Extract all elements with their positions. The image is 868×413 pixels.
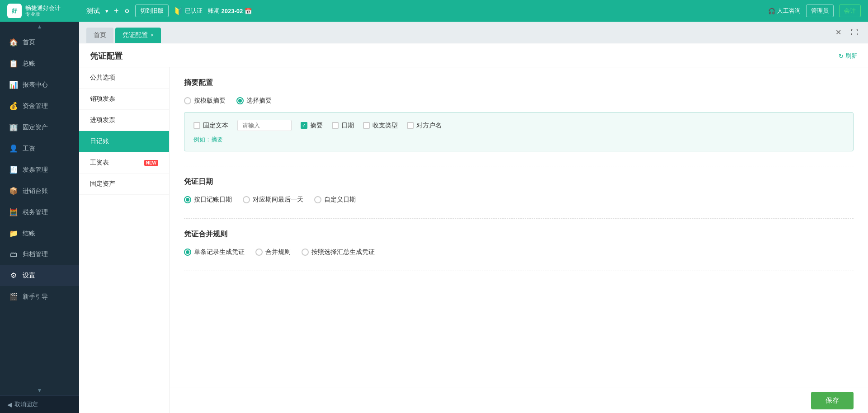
right-panel: 摘要配置 按模版摘要 选择摘要 [170, 67, 868, 388]
nav-sales-invoice[interactable]: 销项发票 [79, 89, 169, 110]
checkbox-income-type[interactable]: 收支类型 [363, 122, 398, 130]
summary-checkbox-input[interactable] [301, 122, 307, 129]
header-right: 🎧 人工咨询 管理员 会计 [768, 5, 861, 17]
tax-icon: 🧮 [9, 208, 18, 216]
sidebar-item-archive[interactable]: 🗃 归档管理 [0, 244, 79, 265]
nav-journal[interactable]: 日记账 [79, 131, 169, 152]
tab-actions: ✕ ⛶ [832, 26, 861, 39]
refresh-button[interactable]: ↻ 刷新 [839, 52, 857, 60]
radio-single-record[interactable]: 单条记录生成凭证 [184, 248, 245, 256]
settings-button[interactable]: ⚙ [124, 8, 130, 14]
radio-period-last[interactable]: 对应期间最后一天 [243, 196, 303, 204]
radio-merge-rules-input[interactable] [255, 249, 263, 256]
example-text: 例如：摘要 [193, 136, 844, 144]
nav-purchase-invoice[interactable]: 进项发票 [79, 110, 169, 131]
nav-payroll-table[interactable]: 工资表 NEW [79, 152, 169, 174]
checkbox-counterpart[interactable]: 对方户名 [407, 122, 442, 130]
radio-single-input[interactable] [184, 249, 191, 256]
fixed-text-input[interactable] [237, 120, 292, 131]
sidebar-cancel-fixed[interactable]: ◀ 取消固定 [0, 395, 79, 413]
radio-by-selection-input[interactable] [302, 249, 309, 256]
sidebar-label: 税务管理 [23, 208, 48, 216]
top-header: 好 畅捷通好会计 专业版 测试 ▾ + ⚙ 切到旧版 🔰 已认证 账期 2023… [0, 0, 868, 22]
sidebar-scroll-down[interactable]: ▼ [0, 385, 79, 395]
sidebar-item-tax[interactable]: 🧮 税务管理 [0, 202, 79, 223]
sidebar-item-fixed-assets[interactable]: 🏢 固定资产 [0, 117, 79, 138]
pin-icon: ◀ [7, 401, 12, 408]
switch-old-button[interactable]: 切到旧版 [135, 5, 169, 17]
radio-journal-date[interactable]: 按日记账日期 [184, 196, 232, 204]
fullscreen-button[interactable]: ⛶ [848, 26, 861, 39]
chevron-down-icon: ▾ [105, 8, 108, 14]
reports-icon: 📊 [9, 80, 18, 89]
sidebar-item-home[interactable]: 🏠 首页 [0, 32, 79, 53]
sidebar-item-close[interactable]: 📁 结账 [0, 223, 79, 244]
counterpart-checkbox-input[interactable] [407, 122, 414, 129]
radio-template-summary[interactable]: 按模版摘要 [184, 97, 226, 105]
sidebar-item-funds[interactable]: 💰 资金管理 [0, 95, 79, 117]
company-name: 测试 [86, 7, 100, 15]
dropdown-button[interactable]: ▾ [105, 8, 108, 14]
page-title: 凭证配置 [90, 51, 123, 61]
radio-period-last-input[interactable] [243, 196, 250, 203]
sidebar-label: 首页 [23, 38, 35, 47]
sidebar-item-reports[interactable]: 📊 报表中心 [0, 74, 79, 95]
calendar-icon[interactable]: 📅 [245, 8, 252, 14]
archive-icon: 🗃 [9, 250, 18, 258]
checkbox-date[interactable]: 日期 [332, 122, 354, 130]
fixed-text-checkbox-input[interactable] [193, 122, 200, 129]
date-checkbox-input[interactable] [332, 122, 339, 129]
checkbox-fixed-text[interactable]: 固定文本 [193, 122, 228, 130]
sidebar-label: 资金管理 [23, 102, 48, 110]
radio-by-selection[interactable]: 按照选择汇总生成凭证 [302, 248, 375, 256]
sidebar-item-ledger[interactable]: 📋 总账 [0, 53, 79, 74]
nav-public[interactable]: 公共选项 [79, 67, 169, 89]
radio-template-input[interactable] [184, 97, 191, 104]
tab-home[interactable]: 首页 [86, 28, 113, 43]
sidebar-label: 进销台账 [23, 187, 48, 195]
checkbox-summary[interactable]: 摘要 [301, 122, 323, 130]
save-button[interactable]: 保存 [811, 392, 854, 409]
radio-select-input[interactable] [236, 97, 244, 104]
merge-radio-group: 单条记录生成凭证 合并规则 按照选择汇总生成凭证 [184, 248, 854, 256]
certified-badge: 🔰 已认证 [174, 7, 203, 15]
sidebar: ▲ 🏠 首页 📋 总账 📊 报表中心 💰 资金管理 🏢 固定资产 [0, 22, 79, 413]
consult-button[interactable]: 🎧 人工咨询 [768, 7, 801, 15]
sidebar-item-guide[interactable]: 🎬 新手引导 [0, 286, 79, 307]
header-center: 测试 ▾ + ⚙ 切到旧版 🔰 已认证 账期 2023-02 📅 [86, 5, 768, 17]
sidebar-item-payroll[interactable]: 👤 工资 [0, 138, 79, 159]
user-button[interactable]: 管理员 [806, 5, 834, 17]
sidebar-item-invoice[interactable]: 🧾 发票管理 [0, 159, 79, 180]
tab-close-icon[interactable]: × [151, 32, 154, 38]
refresh-icon: ↻ [839, 53, 844, 60]
divider-1 [184, 166, 854, 166]
tab-voucher-config[interactable]: 凭证配置 × [115, 28, 161, 43]
accountant-button[interactable]: 会计 [839, 5, 861, 17]
settings-sidebar-icon: ⚙ [9, 271, 18, 280]
add-button[interactable]: + [114, 6, 119, 16]
radio-select-summary[interactable]: 选择摘要 [236, 97, 272, 105]
shield-icon: 🔰 [174, 7, 183, 15]
sub-options-row: 固定文本 摘要 日期 [193, 120, 844, 131]
sidebar-item-trade[interactable]: 📦 进销台账 [0, 180, 79, 202]
section-date: 凭证日期 按日记账日期 对应期间最后一天 [184, 177, 854, 204]
income-type-checkbox-input[interactable] [363, 122, 370, 129]
nav-fixed-assets[interactable]: 固定资产 [79, 174, 169, 195]
left-nav: 公共选项 销项发票 进项发票 日记账 工资表 NEW [79, 67, 170, 413]
period-info: 账期 2023-02 📅 [208, 7, 252, 15]
radio-custom-date-input[interactable] [314, 196, 321, 203]
sidebar-scroll-up[interactable]: ▲ [0, 22, 79, 32]
tab-bar: 首页 凭证配置 × ✕ ⛶ [79, 22, 868, 43]
right-scroll-wrapper: 摘要配置 按模版摘要 选择摘要 [170, 67, 868, 413]
new-badge: NEW [144, 160, 158, 166]
close-tab-button[interactable]: ✕ [832, 26, 844, 39]
divider-2 [184, 218, 854, 219]
radio-merge-rules[interactable]: 合并规则 [255, 248, 291, 256]
sidebar-item-settings[interactable]: ⚙ 设置 [0, 265, 79, 286]
gear-icon: ⚙ [124, 8, 130, 14]
radio-journal-date-input[interactable] [184, 196, 191, 203]
radio-custom-date[interactable]: 自定义日期 [314, 196, 356, 204]
sidebar-label: 固定资产 [23, 123, 48, 131]
date-radio-group: 按日记账日期 对应期间最后一天 自定义日期 [184, 196, 854, 204]
invoice-icon: 🧾 [9, 165, 18, 174]
